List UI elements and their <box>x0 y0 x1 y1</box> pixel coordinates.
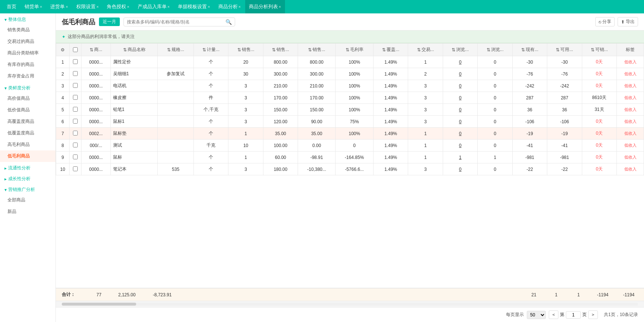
sidebar-item-new-goods[interactable]: 新品 <box>0 206 55 217</box>
nav-close-purchase[interactable]: × <box>65 4 68 9</box>
row-checkbox[interactable] <box>70 104 81 116</box>
page-size-select[interactable]: 50 100 200 <box>527 311 546 319</box>
row-name[interactable]: 铅笔1 <box>110 104 158 116</box>
sidebar-item-sales-goods[interactable]: 销售类商品 <box>0 24 55 36</box>
nav-home[interactable]: 首页 <box>3 0 20 13</box>
row-checkbox[interactable] <box>70 163 81 175</box>
row-view1[interactable]: 0 <box>443 80 477 92</box>
nav-close-goods[interactable]: × <box>238 4 241 9</box>
search-icon[interactable]: 🔍 <box>225 19 232 25</box>
share-btn[interactable]: ⎋ 分享 <box>595 17 615 26</box>
prev-page-btn[interactable]: ＜ <box>549 310 558 319</box>
nav-close-template[interactable]: × <box>208 4 210 9</box>
sidebar-item-traded-goods[interactable]: 交易过的商品 <box>0 36 55 47</box>
row-name[interactable]: 鼠标 <box>110 152 158 163</box>
nav-close-role[interactable]: × <box>127 4 129 9</box>
sidebar-item-high-coverage[interactable]: 高覆盖度商品 <box>0 116 55 127</box>
row-view1[interactable]: 0 <box>443 116 477 128</box>
sort-icon-cur[interactable]: ⇅ <box>521 47 525 52</box>
row-select-checkbox[interactable] <box>73 71 78 76</box>
search-input[interactable] <box>127 19 225 25</box>
sort-icon-sp[interactable]: ⇅ <box>272 47 276 52</box>
nav-role-auth[interactable]: 角色授权 × <box>103 0 133 13</box>
sort-icon-sale[interactable]: ⇅ <box>591 47 595 52</box>
view1-link[interactable]: 0 <box>459 60 462 65</box>
sort-icon-tr[interactable]: ⇅ <box>417 47 421 52</box>
nav-close-sales[interactable]: × <box>40 4 42 9</box>
date-filter-btn[interactable]: 近一月 <box>99 17 120 26</box>
row-view1[interactable]: 0 <box>443 56 477 68</box>
row-select-checkbox[interactable] <box>73 95 78 100</box>
sort-icon[interactable]: ⇅ <box>90 47 93 52</box>
view1-link[interactable]: 0 <box>459 95 462 101</box>
row-name[interactable]: 电话机 <box>110 80 158 92</box>
row-select-checkbox[interactable] <box>73 143 78 147</box>
row-name[interactable]: 属性定价 <box>110 56 158 68</box>
nav-permissions[interactable]: 权限设置 × <box>73 0 102 13</box>
next-page-btn[interactable]: ＞ <box>588 310 598 319</box>
row-select-checkbox[interactable] <box>73 107 78 112</box>
nav-sales-order[interactable]: 销货单 × <box>21 0 46 13</box>
row-checkbox[interactable] <box>70 140 81 152</box>
sort-icon-cov[interactable]: ⇅ <box>382 47 386 52</box>
row-name[interactable]: 鼠标1 <box>110 116 158 128</box>
sidebar-group-circulation[interactable]: ▸ 流通性分析 <box>0 162 55 173</box>
row-checkbox[interactable] <box>70 80 81 92</box>
nav-goods-analysis[interactable]: 商品分析 × <box>215 0 244 13</box>
view1-link[interactable]: 0 <box>459 107 462 112</box>
row-select-checkbox[interactable] <box>73 131 78 136</box>
nav-purchase-order[interactable]: 进货单 × <box>47 0 71 13</box>
sidebar-item-low-value[interactable]: 低价值商品 <box>0 104 55 116</box>
row-view1[interactable]: 0 <box>443 140 477 152</box>
nav-product-stock[interactable]: 产成品入库单 × <box>134 0 173 13</box>
nav-close-goods-list[interactable]: × <box>279 4 281 9</box>
row-name[interactable]: 吴细细1 <box>110 68 158 80</box>
nav-close-product[interactable]: × <box>167 4 170 9</box>
row-checkbox[interactable] <box>70 152 81 163</box>
view1-link[interactable]: 0 <box>459 167 462 172</box>
sort-icon-name[interactable]: ⇅ <box>123 47 127 52</box>
sort-icon-sa[interactable]: ⇅ <box>308 47 312 52</box>
row-checkbox[interactable] <box>70 116 81 128</box>
sidebar-item-low-coverage[interactable]: 低覆盖度商品 <box>0 127 55 139</box>
view1-link[interactable]: 1 <box>459 155 462 160</box>
sort-icon-spec[interactable]: ⇅ <box>167 47 171 52</box>
sidebar-group-overall[interactable]: ▾ 整体信息 <box>0 13 55 24</box>
sidebar-group-growth[interactable]: ▸ 成长性分析 <box>0 173 55 184</box>
horizontal-scrollbar[interactable] <box>62 303 638 306</box>
sidebar-item-all-goods[interactable]: 全部商品 <box>0 194 55 206</box>
sort-icon-v1[interactable]: ⇅ <box>452 47 455 52</box>
row-checkbox[interactable] <box>70 128 81 140</box>
view1-link[interactable]: 0 <box>459 71 462 77</box>
row-name[interactable]: 鼠标垫 <box>110 128 158 140</box>
row-name[interactable]: 笔记本 <box>110 163 158 175</box>
row-name[interactable]: 测试 <box>110 140 158 152</box>
sort-icon-unit[interactable]: ⇅ <box>202 47 206 52</box>
sort-icon-sqty[interactable]: ⇅ <box>237 47 241 52</box>
nav-close-permissions[interactable]: × <box>96 4 99 9</box>
sidebar-item-high-profit[interactable]: 高毛利商品 <box>0 139 55 150</box>
sort-icon-avail[interactable]: ⇅ <box>556 47 560 52</box>
row-checkbox[interactable] <box>70 92 81 104</box>
view1-link[interactable]: 0 <box>459 143 462 148</box>
sidebar-item-stock-goods[interactable]: 有库存的商品 <box>0 59 55 70</box>
row-view1[interactable]: 0 <box>443 68 477 80</box>
settings-icon[interactable]: ⚙ <box>61 47 65 52</box>
view1-link[interactable]: 0 <box>459 119 462 124</box>
page-num-input[interactable] <box>566 311 581 319</box>
row-view1[interactable]: 1 <box>443 152 477 163</box>
nav-goods-analysis-list[interactable]: 商品分析列表 × <box>245 0 285 13</box>
col-checkbox[interactable] <box>70 44 81 56</box>
row-select-checkbox[interactable] <box>73 166 78 171</box>
view1-link[interactable]: 0 <box>459 131 462 136</box>
select-all-checkbox[interactable] <box>73 47 78 52</box>
row-view1[interactable]: 0 <box>443 128 477 140</box>
row-name[interactable]: 橡皮擦 <box>110 92 158 104</box>
sidebar-group-marketing[interactable]: ▾ 营销推广分析 <box>0 184 55 194</box>
row-checkbox[interactable] <box>70 56 81 68</box>
sidebar-item-category-rate[interactable]: 商品分类助销率 <box>0 47 55 59</box>
row-select-checkbox[interactable] <box>73 83 78 88</box>
table-container[interactable]: ⚙ ⇅商... ⇅商品名称 ⇅规格... <box>56 43 644 288</box>
row-select-checkbox[interactable] <box>73 154 78 159</box>
scrollbar-thumb[interactable] <box>62 303 136 306</box>
